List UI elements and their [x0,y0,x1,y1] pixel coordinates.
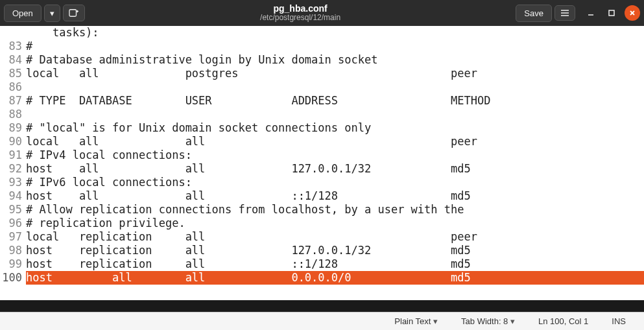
line-number: 86 [0,80,26,94]
line-number: 83 [0,40,26,53]
window-controls [583,5,640,21]
editor-line[interactable]: 83# [0,40,644,53]
tab-width-dropdown[interactable]: Tab Width: 8 [461,316,515,326]
line-content: # IPv4 local connections: [26,148,644,162]
editor-line[interactable]: 95# Allow replication connections from l… [0,203,644,217]
insert-mode-indicator[interactable]: INS [612,316,626,326]
line-number [0,26,26,40]
line-number: 87 [0,94,26,108]
line-content [26,108,644,121]
line-content: host replication all 127.0.0.1/32 md5 [26,244,644,257]
maximize-icon [608,9,615,17]
editor-line[interactable]: 93# IPv6 local connections: [0,176,644,189]
editor-line[interactable]: 100host all all 0.0.0.0/0 md5 [0,271,644,285]
line-content: local all postgres peer [26,67,644,80]
line-number: 97 [0,230,26,244]
line-number: 99 [0,257,26,271]
editor-line[interactable]: 91# IPv4 local connections: [0,148,644,162]
line-content: # Allow replication connections from loc… [26,203,644,217]
line-number: 92 [0,162,26,176]
editor-area[interactable]: tasks):83#84# Database administrative lo… [0,26,644,300]
cursor-position: Ln 100, Col 1 [538,316,588,326]
editor-line[interactable]: 84# Database administrative login by Uni… [0,53,644,67]
line-content: # "local" is for Unix domain socket conn… [26,121,644,135]
line-content: # replication privilege. [26,217,644,230]
bottom-border [0,300,644,312]
line-number: 85 [0,67,26,80]
line-content: host all all 127.0.0.1/32 md5 [26,162,644,176]
hamburger-menu-button[interactable] [555,5,575,21]
line-number: 84 [0,53,26,67]
close-icon [628,9,636,17]
editor-line[interactable]: 89# "local" is for Unix domain socket co… [0,121,644,135]
line-number: 93 [0,176,26,189]
line-number: 95 [0,203,26,217]
line-content: host all all ::1/128 md5 [26,189,644,203]
line-content [26,80,644,94]
line-number: 90 [0,135,26,148]
line-number: 94 [0,189,26,203]
editor-line[interactable]: 88 [0,108,644,121]
minimize-icon [587,9,595,17]
line-content: # IPv6 local connections: [26,176,644,189]
editor-line[interactable]: 92host all all 127.0.0.1/32 md5 [0,162,644,176]
editor-line[interactable]: 87# TYPE DATABASE USER ADDRESS METHOD [0,94,644,108]
line-content: # [26,40,644,53]
open-button[interactable]: Open [4,5,42,22]
new-tab-button[interactable] [63,5,85,21]
hamburger-icon [560,9,569,17]
line-number: 98 [0,244,26,257]
chevron-down-icon: ▾ [50,8,54,18]
editor-line[interactable]: 90local all all peer [0,135,644,148]
line-content: # TYPE DATABASE USER ADDRESS METHOD [26,94,644,108]
editor-line[interactable]: 94host all all ::1/128 md5 [0,189,644,203]
line-content: tasks): [26,26,644,40]
line-number: 88 [0,108,26,121]
statusbar: Plain Text Tab Width: 8 Ln 100, Col 1 IN… [0,312,644,330]
line-content: host all all 0.0.0.0/0 md5 [26,271,644,285]
maximize-button[interactable] [604,5,619,21]
editor-line[interactable]: 97local replication all peer [0,230,644,244]
svg-rect-7 [609,10,614,16]
close-button[interactable] [625,5,640,21]
line-number: 91 [0,148,26,162]
line-content: local replication all peer [26,230,644,244]
line-number: 89 [0,121,26,135]
editor-line[interactable]: 86 [0,80,644,94]
minimize-button[interactable] [583,5,599,21]
editor-line[interactable]: tasks): [0,26,644,40]
open-recent-dropdown[interactable]: ▾ [44,5,60,22]
line-number: 100 [0,271,26,285]
svg-rect-0 [69,10,77,17]
editor-line[interactable]: 98host replication all 127.0.0.1/32 md5 [0,244,644,257]
save-button[interactable]: Save [516,5,552,22]
titlebar: Open ▾ pg_hba.conf /etc/postgresql/12/ma… [0,0,644,26]
line-content: local all all peer [26,135,644,148]
editor-line[interactable]: 96# replication privilege. [0,217,644,230]
line-content: # Database administrative login by Unix … [26,53,644,67]
syntax-mode-dropdown[interactable]: Plain Text [394,316,438,326]
new-tab-icon [69,8,79,18]
line-number: 96 [0,217,26,230]
editor-line[interactable]: 99host replication all ::1/128 md5 [0,257,644,271]
title-area: pg_hba.conf /etc/postgresql/12/main [88,4,514,23]
file-name: pg_hba.conf [88,4,514,14]
editor-line[interactable]: 85local all postgres peer [0,67,644,80]
line-content: host replication all ::1/128 md5 [26,257,644,271]
editor-lines: tasks):83#84# Database administrative lo… [0,26,644,285]
file-path: /etc/postgresql/12/main [88,14,514,22]
